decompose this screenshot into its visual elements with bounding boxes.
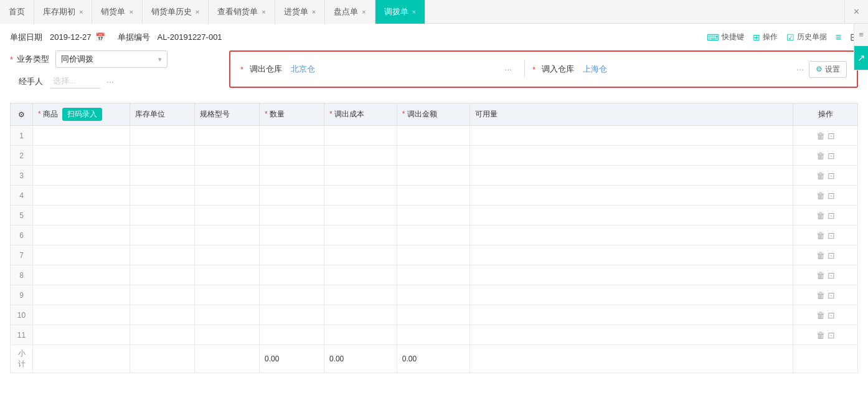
cell-amount[interactable]: [397, 285, 469, 305]
delete-icon[interactable]: 🗑: [816, 250, 825, 260]
cell-amount[interactable]: [397, 126, 469, 146]
person-select[interactable]: 选择...: [50, 74, 100, 88]
delete-icon[interactable]: 🗑: [816, 191, 825, 201]
cell-qty[interactable]: [260, 186, 324, 206]
cell-product[interactable]: [33, 226, 130, 245]
delete-icon[interactable]: 🗑: [816, 211, 825, 221]
tab-home[interactable]: 首页: [0, 0, 34, 24]
warehouse-in-more-icon[interactable]: ···: [796, 64, 809, 74]
cell-product[interactable]: [33, 126, 130, 146]
cell-qty[interactable]: [260, 166, 324, 186]
cell-product[interactable]: [33, 265, 130, 285]
cell-qty[interactable]: [260, 146, 324, 166]
cell-product[interactable]: [33, 206, 130, 226]
shortcut-button[interactable]: ⌨ 快捷键: [707, 32, 744, 42]
close-icon[interactable]: ×: [412, 8, 416, 16]
delete-icon[interactable]: 🗑: [816, 151, 825, 161]
view-toggle-list[interactable]: ≡: [836, 32, 841, 43]
copy-icon[interactable]: ⊡: [828, 151, 835, 161]
settings-button[interactable]: ⚙ 设置: [809, 61, 847, 78]
delete-icon[interactable]: 🗑: [816, 310, 825, 320]
cell-cost[interactable]: [324, 325, 397, 345]
copy-icon[interactable]: ⊡: [828, 231, 835, 240]
sidebar-link-icon[interactable]: ↗: [854, 46, 868, 70]
cell-qty[interactable]: [260, 126, 324, 146]
cell-qty[interactable]: [260, 285, 324, 305]
close-icon[interactable]: ×: [312, 8, 316, 16]
scan-entry-button[interactable]: 扫码录入: [62, 108, 102, 121]
copy-icon[interactable]: ⊡: [828, 310, 835, 320]
cell-product[interactable]: [33, 245, 130, 265]
cell-qty[interactable]: [260, 245, 324, 265]
col-gear[interactable]: ⚙: [11, 103, 33, 126]
cell-amount[interactable]: [397, 206, 469, 226]
warehouse-out-more-icon[interactable]: ···: [504, 64, 517, 74]
cell-amount[interactable]: [397, 245, 469, 265]
cell-available: [469, 285, 793, 305]
calendar-icon[interactable]: 📅: [95, 32, 105, 42]
cell-amount[interactable]: [397, 226, 469, 245]
close-icon[interactable]: ×: [79, 8, 83, 16]
cell-cost[interactable]: [324, 305, 397, 325]
cell-cost[interactable]: [324, 126, 397, 146]
biz-type-select[interactable]: 同价调拨 ▾: [55, 50, 167, 68]
tab-view-sales[interactable]: 查看销货单 ×: [209, 0, 275, 24]
cell-amount[interactable]: [397, 166, 469, 186]
cell-amount[interactable]: [397, 146, 469, 166]
delete-icon[interactable]: 🗑: [816, 330, 825, 340]
cell-product[interactable]: [33, 285, 130, 305]
tab-inventory-count[interactable]: 盘点单 ×: [325, 0, 375, 24]
tab-inventory-init[interactable]: 库存期初 ×: [34, 0, 92, 24]
sidebar-list-icon[interactable]: ≡: [854, 24, 868, 46]
cell-qty[interactable]: [260, 206, 324, 226]
cell-cost[interactable]: [324, 166, 397, 186]
cell-amount[interactable]: [397, 305, 469, 325]
operations-button[interactable]: ⊞ 操作: [753, 32, 778, 42]
cell-amount[interactable]: [397, 265, 469, 285]
cell-qty[interactable]: [260, 226, 324, 245]
cell-cost[interactable]: [324, 285, 397, 305]
person-more-icon[interactable]: ···: [106, 77, 114, 87]
warehouse-out-value[interactable]: 北京仓: [291, 64, 315, 75]
copy-icon[interactable]: ⊡: [828, 191, 835, 201]
cell-cost[interactable]: [324, 265, 397, 285]
tab-sales-history[interactable]: 销货单历史 ×: [143, 0, 209, 24]
copy-icon[interactable]: ⊡: [828, 171, 835, 181]
tab-sales-order[interactable]: 销货单 ×: [92, 0, 142, 24]
cell-amount[interactable]: [397, 325, 469, 345]
cell-cost[interactable]: [324, 206, 397, 226]
delete-icon[interactable]: 🗑: [816, 171, 825, 181]
tab-transfer-order[interactable]: 调拨单 ×: [375, 0, 425, 24]
copy-icon[interactable]: ⊡: [828, 330, 835, 340]
delete-icon[interactable]: 🗑: [816, 290, 825, 300]
cell-cost[interactable]: [324, 146, 397, 166]
cell-product[interactable]: [33, 305, 130, 325]
copy-icon[interactable]: ⊡: [828, 211, 835, 221]
copy-icon[interactable]: ⊡: [828, 131, 835, 141]
copy-icon[interactable]: ⊡: [828, 250, 835, 260]
delete-icon[interactable]: 🗑: [816, 231, 825, 240]
delete-icon[interactable]: 🗑: [816, 131, 825, 141]
cell-qty[interactable]: [260, 305, 324, 325]
copy-icon[interactable]: ⊡: [828, 290, 835, 300]
cell-qty[interactable]: [260, 265, 324, 285]
tab-purchase-order[interactable]: 进货单 ×: [275, 0, 325, 24]
cell-product[interactable]: [33, 325, 130, 345]
cell-product[interactable]: [33, 186, 130, 206]
cell-qty[interactable]: [260, 325, 324, 345]
cell-product[interactable]: [33, 146, 130, 166]
history-button[interactable]: ☑ 历史单据: [786, 32, 827, 42]
close-icon[interactable]: ×: [196, 8, 199, 16]
cell-cost[interactable]: [324, 226, 397, 245]
tab-bar-close-button[interactable]: ×: [844, 0, 868, 24]
warehouse-in-value[interactable]: 上海仓: [583, 64, 607, 75]
copy-icon[interactable]: ⊡: [828, 270, 835, 280]
close-icon[interactable]: ×: [129, 8, 133, 16]
cell-cost[interactable]: [324, 245, 397, 265]
close-icon[interactable]: ×: [362, 8, 366, 16]
close-icon[interactable]: ×: [262, 8, 265, 16]
cell-amount[interactable]: [397, 186, 469, 206]
cell-product[interactable]: [33, 166, 130, 186]
delete-icon[interactable]: 🗑: [816, 270, 825, 280]
cell-cost[interactable]: [324, 186, 397, 206]
